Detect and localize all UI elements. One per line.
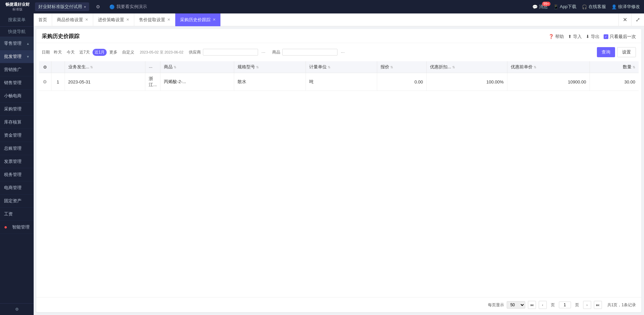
row-gear[interactable]: ⚙ (39, 73, 51, 91)
goods-dots-button[interactable]: ··· (339, 49, 346, 55)
sidebar-item-general-ledger[interactable]: 总账管理 (0, 142, 34, 155)
row-supplier: 浙江... (145, 73, 160, 91)
online-service-button[interactable]: 🎧 在线客服 (582, 4, 606, 10)
col-goods-header[interactable]: 商品 ⇅ (160, 61, 234, 73)
query-button[interactable]: 查询 (597, 47, 615, 57)
tab-sale-extract[interactable]: 售价提取设置✕ (134, 13, 175, 26)
col-price-header[interactable]: 报价 ⇅ (377, 61, 427, 73)
tab-advance-strategy[interactable]: 进价策略设置✕ (93, 13, 134, 26)
sidebar-item-label: 采购管理 (4, 106, 22, 112)
gear-settings-icon[interactable]: ⚙ (43, 65, 47, 70)
tab-close-icon[interactable]: ✕ (213, 18, 216, 22)
sidebar-item-tax[interactable]: 税务管理 (0, 168, 34, 181)
sidebar-item-fixed-assets[interactable]: 固定资产 (0, 195, 34, 208)
date-opt-last7[interactable]: 近7天 (77, 49, 92, 56)
settings-icon-button[interactable]: ⚙ (93, 2, 103, 11)
sidebar-item-invoice[interactable]: 发票管理 (0, 155, 34, 168)
checkbox-icon: ✓ (604, 34, 608, 39)
sidebar-item-label: 营销推广 (4, 67, 22, 73)
tab-home[interactable]: 首页 (34, 13, 52, 26)
logo-area: 畅捷通好业财 标准版 (4, 2, 31, 12)
date-opt-last1m[interactable]: 近1月 (93, 49, 107, 56)
sidebar-item-marketing[interactable]: 营销推广 (0, 63, 34, 76)
page-unit: 页 (575, 302, 579, 308)
discount-sort-icon: ⇅ (452, 65, 455, 69)
date-opt-yesterday[interactable]: 昨天 (52, 49, 64, 56)
sidebar-footer-settings[interactable]: ⚙ (0, 303, 34, 315)
supplier-input[interactable] (205, 50, 256, 55)
dot-icon: ● (4, 224, 7, 230)
tab-expand-button[interactable]: ⤢ (631, 13, 644, 26)
top-bar: 畅捷通好业财 标准版 好业财标准版交付试用 ▾ ⚙ 🔵 我要看实例演示 💬 消息… (0, 0, 644, 13)
row-date: 2023-05-31 (65, 73, 145, 91)
app-download-button[interactable]: 📱 App下载 (553, 4, 576, 10)
row-spec: 散水 (234, 73, 306, 91)
col-spec-header[interactable]: 规格型号 ⇅ (234, 61, 306, 73)
col-discount-pct-header[interactable]: 优惠折扣... ⇅ (426, 61, 507, 73)
user-button[interactable]: 👤 徐泽华修改 (611, 4, 640, 10)
sidebar-item-retail[interactable]: 零售管理▲ (0, 37, 34, 50)
goods-sort-icon: ⇅ (174, 65, 176, 69)
filter-settings-button[interactable]: 设置 (617, 47, 636, 57)
sidebar-item-payroll[interactable]: 工资 (0, 208, 34, 221)
row-gear-icon[interactable]: ⚙ (43, 79, 47, 84)
sidebar-quick-nav[interactable]: 快捷导航 (0, 27, 34, 37)
page-prev-button[interactable]: ‹ (539, 301, 547, 309)
col-unit-header[interactable]: 计量单位 ⇅ (306, 61, 377, 73)
sidebar-item-sales[interactable]: 销售管理 (0, 76, 34, 90)
tab-bar: 首页商品价格设置✕进价策略设置✕售价提取设置✕采购历史价跟踪✕ ✕ ⤢ (34, 13, 644, 26)
col-pre-discount-header[interactable]: 优惠前单价 ⇅ (507, 61, 589, 73)
supplier-filter-group: 供应商 ··· (189, 49, 267, 56)
col-quantity-header[interactable]: 数量 ⇅ (590, 61, 639, 73)
date-range-text: 2023-05-02 至 2023-06-02 (140, 50, 183, 55)
sidebar-item-purchase[interactable]: 采购管理 (0, 103, 34, 116)
only-last-checkbox[interactable]: ✓ 只看最后一次 (604, 34, 636, 40)
help-button[interactable]: ❓ 帮助 (548, 34, 564, 40)
page-header-actions: ❓ 帮助 ⬆ 导入 ⬇ 导出 ✓ 只看最后一次 (548, 34, 636, 40)
edition-selector[interactable]: 好业财标准版交付试用 ▾ (35, 2, 89, 11)
date-opt-today[interactable]: 今天 (65, 49, 77, 56)
goods-input[interactable] (285, 50, 335, 55)
logo-main: 畅捷通好业财 (5, 2, 30, 7)
supplier-filter-label: 供应商 (189, 49, 201, 55)
sidebar-item-ecommerce-small[interactable]: 小畅电商 (0, 90, 34, 103)
tab-close-icon[interactable]: ✕ (85, 18, 88, 22)
col-num-header (51, 61, 65, 73)
sidebar-item-wholesale[interactable]: 批发管理▼ (0, 50, 34, 63)
sidebar-item-ecommerce[interactable]: 电商管理 (0, 181, 34, 195)
table-body: ⚙ 1 2023-05-31 浙江... 丙烯酸-2-... 散水 吨 0.00… (39, 73, 639, 91)
date-opt-custom[interactable]: 自定义 (120, 49, 136, 56)
page-next-button[interactable]: › (583, 301, 591, 309)
message-badge: 99+ (542, 2, 550, 6)
tab-purchase-history[interactable]: 采购历史价跟踪✕ (175, 13, 221, 26)
content-area: 首页商品价格设置✕进价策略设置✕售价提取设置✕采购历史价跟踪✕ ✕ ⤢ 采购历史… (34, 13, 644, 315)
demo-icon: 🔵 (109, 4, 115, 9)
sidebar-search[interactable]: 搜索菜单 (0, 13, 34, 27)
sidebar-item-finance[interactable]: 资金管理 (0, 129, 34, 142)
page-first-button[interactable]: ⏮ (528, 301, 536, 309)
page-number-input[interactable] (559, 302, 571, 308)
tab-label: 进价策略设置 (98, 17, 124, 23)
spec-sort-icon: ⇅ (256, 65, 259, 69)
sidebar-item-inventory[interactable]: 库存核算 (0, 116, 34, 129)
table-header-row: ⚙ 业务发生... ⇅ ··· (39, 61, 639, 73)
tab-close-icon[interactable]: ✕ (167, 18, 170, 22)
supplier-dots-button[interactable]: ··· (260, 49, 267, 55)
filter-bar: 日期 昨天今天近7天近1月更多自定义 2023-05-02 至 2023-06-… (36, 43, 641, 61)
col-date-header[interactable]: 业务发生... ⇅ (65, 61, 145, 73)
per-page-select[interactable]: 50 100 200 (507, 301, 525, 309)
sidebar-item-label: 电商管理 (4, 185, 22, 191)
tab-goods-price[interactable]: 商品价格设置✕ (52, 13, 93, 26)
export-button[interactable]: ⬇ 导出 (586, 34, 600, 40)
date-opt-more[interactable]: 更多 (107, 49, 119, 56)
page-last-button[interactable]: ⏭ (594, 301, 602, 309)
col-dots-header[interactable]: ··· (145, 61, 160, 73)
message-button[interactable]: 💬 消息 99+ (532, 4, 548, 10)
import-button[interactable]: ⬆ 导入 (568, 34, 582, 40)
sidebar-item-smart[interactable]: ●智能管理 (0, 221, 34, 234)
tab-close-button[interactable]: ✕ (618, 13, 631, 26)
sidebar-item-label: 工资 (4, 211, 13, 217)
tab-close-icon[interactable]: ✕ (126, 18, 129, 22)
page-header: 采购历史价跟踪 ❓ 帮助 ⬆ 导入 ⬇ 导出 ✓ (36, 29, 641, 43)
demo-button[interactable]: 🔵 我要看实例演示 (109, 4, 147, 10)
